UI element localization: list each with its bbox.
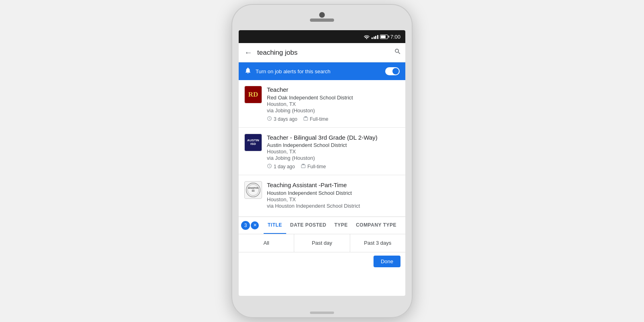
- tab-type[interactable]: TYPE: [330, 217, 352, 234]
- phone-screen: 7:00 ← teaching jobs Turn on job alerts …: [239, 30, 405, 296]
- company-logo-red-oak: RD: [244, 86, 262, 103]
- job-info: Teacher - Bilingual 3rd Grade (DL 2-Way)…: [267, 134, 400, 170]
- job-company: Red Oak Independent School District: [267, 95, 400, 101]
- job-via: via Houston Independent School District: [267, 203, 400, 209]
- bell-icon: [244, 67, 252, 76]
- job-title: Teacher: [267, 86, 400, 94]
- job-company: Austin Independent School District: [267, 142, 400, 148]
- date-chip-all[interactable]: All: [239, 234, 294, 252]
- clock-icon: [267, 116, 272, 122]
- tab-title[interactable]: TITLE: [264, 217, 286, 234]
- filter-clear-button[interactable]: ✕: [251, 221, 259, 229]
- job-meta: 1 day ago Full-time: [267, 163, 400, 170]
- job-location: Houston, TX: [267, 101, 400, 107]
- filter-tabs: TITLE DATE POSTED TYPE COMPANY TYPE: [264, 217, 403, 234]
- tab-company-type[interactable]: COMPANY TYPE: [352, 217, 400, 234]
- status-bar: 7:00: [239, 30, 405, 43]
- table-row[interactable]: HOUSTON ISD Teaching Assistant -Part-Tim…: [239, 175, 405, 216]
- wifi-icon: [363, 34, 370, 39]
- job-info: Teacher Red Oak Independent School Distr…: [267, 86, 400, 122]
- back-button[interactable]: ←: [243, 46, 254, 59]
- job-via: via Jobing (Houston): [267, 155, 400, 161]
- company-logo-austin: AUSTINISD: [244, 134, 262, 151]
- alert-banner: Turn on job alerts for this search: [239, 62, 405, 80]
- table-row[interactable]: RD Teacher Red Oak Independent School Di…: [239, 80, 405, 128]
- job-via: via Jobing (Houston): [267, 107, 400, 114]
- job-location: Houston, TX: [267, 149, 400, 155]
- clock-icon: [267, 163, 272, 170]
- job-location: Houston, TX: [267, 196, 400, 202]
- signal-icon: [372, 34, 378, 39]
- svg-point-4: [252, 189, 255, 192]
- earpiece-speaker: [310, 19, 334, 22]
- phone-device: 7:00 ← teaching jobs Turn on job alerts …: [231, 4, 413, 318]
- job-posted-time: 3 days ago: [267, 116, 297, 122]
- job-title: Teaching Assistant -Part-Time: [267, 181, 400, 189]
- search-query[interactable]: teaching jobs: [257, 49, 391, 56]
- alert-text: Turn on job alerts for this search: [256, 68, 381, 74]
- search-bar: ← teaching jobs: [239, 43, 405, 62]
- briefcase-icon: [303, 116, 308, 122]
- job-alerts-toggle[interactable]: [385, 67, 400, 75]
- home-indicator: [310, 312, 334, 314]
- front-camera: [319, 12, 325, 18]
- job-title: Teacher - Bilingual 3rd Grade (DL 2-Way): [267, 134, 400, 142]
- company-logo-houston: HOUSTON ISD: [244, 181, 262, 199]
- search-icon[interactable]: [394, 48, 401, 57]
- tab-date-posted[interactable]: DATE POSTED: [286, 217, 330, 234]
- apply-button-row: Done: [239, 252, 405, 270]
- type-label: Full-time: [310, 116, 328, 122]
- job-company: Houston Independent School District: [267, 190, 400, 196]
- battery-icon: [380, 35, 388, 39]
- status-icons: [363, 34, 388, 39]
- filter-badge-group: 3 ✕: [241, 221, 262, 230]
- type-label: Full-time: [308, 164, 326, 169]
- date-chip-past-day[interactable]: Past day: [294, 234, 350, 252]
- briefcase-icon: [301, 163, 306, 170]
- job-type: Full-time: [303, 116, 328, 122]
- job-info: Teaching Assistant -Part-Time Houston In…: [267, 181, 400, 211]
- posted-label: 3 days ago: [274, 116, 297, 122]
- job-meta: 3 days ago Full-time: [267, 116, 400, 122]
- filter-bar: 3 ✕ TITLE DATE POSTED TYPE COMPANY TYPE: [239, 217, 405, 234]
- table-row[interactable]: AUSTINISD Teacher - Bilingual 3rd Grade …: [239, 128, 405, 175]
- date-filter-row: All Past day Past 3 days: [239, 234, 405, 252]
- status-time: 7:00: [390, 34, 400, 40]
- job-list: RD Teacher Red Oak Independent School Di…: [239, 80, 405, 217]
- date-chip-past-3-days[interactable]: Past 3 days: [350, 234, 405, 252]
- job-type: Full-time: [301, 163, 326, 170]
- job-posted-time: 1 day ago: [267, 163, 295, 170]
- apply-filter-button[interactable]: Done: [374, 256, 400, 267]
- posted-label: 1 day ago: [274, 164, 295, 169]
- filter-count-badge: 3: [241, 221, 250, 230]
